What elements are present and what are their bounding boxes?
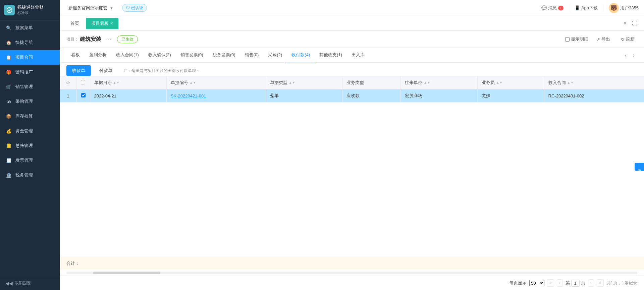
app-version: 标准版	[17, 10, 44, 15]
th-date[interactable]: 单据日期 ▲▼	[90, 76, 166, 89]
sub-nav-purchase[interactable]: 采购(2)	[263, 48, 287, 63]
th-partner[interactable]: 往来单位 ▲▼	[401, 76, 477, 89]
last-page-button[interactable]: »	[597, 279, 604, 287]
tab-project-board[interactable]: 项目看板 ×	[86, 18, 118, 29]
messages-button[interactable]: 💬 消息 1	[541, 5, 564, 11]
inner-tabbar: 收款单 付款单 注：这里是与项目关联的全部收付款单哦～	[60, 63, 644, 76]
th-income-contract[interactable]: 收入合同 ▲▼	[544, 76, 644, 89]
inner-tab-payment[interactable]: 付款单	[94, 65, 118, 76]
th-type[interactable]: 单据类型 ▲▼	[266, 76, 342, 89]
current-page-input[interactable]: 1	[571, 280, 580, 287]
tabbar: 首页 项目看板 × × ⛶	[60, 16, 644, 31]
search-icon: 🔍	[5, 24, 12, 31]
sub-nav-profit[interactable]: 盈利分析	[85, 48, 111, 63]
sub-nav-arrows: ‹ ›	[622, 51, 637, 59]
sidebar-label-invoice: 发票管理	[15, 157, 33, 163]
invoice-icon: 🧾	[5, 157, 12, 164]
sub-nav-other-expense[interactable]: 其他收支(1)	[315, 48, 347, 63]
close-all-button[interactable]: ×	[622, 19, 628, 28]
topbar-right: 💬 消息 1 📱 App下载 🐻 用户3355	[541, 3, 639, 13]
message-icon: 💬	[541, 5, 547, 10]
per-page-select[interactable]: 50 10 20 100	[529, 280, 544, 286]
cell-number[interactable]: SK-20220421-001	[166, 89, 266, 102]
scrollbar-thumb[interactable]	[93, 272, 160, 274]
sidebar-item-contract[interactable]: 📋 项目合同	[0, 50, 60, 65]
sidebar-item-quicknav[interactable]: 🏠 快捷导航	[0, 35, 60, 50]
topbar: 新服务官网演示账套 ▼ 🛡 已认证 💬 消息 1 📱 App下载 🐻 用	[60, 0, 644, 16]
prev-page-button[interactable]: ‹	[557, 279, 563, 287]
settings-icon[interactable]: ⚙	[66, 80, 70, 85]
next-page-button[interactable]: ›	[588, 279, 594, 287]
cell-income-contract: RC-20220401-002	[544, 89, 644, 102]
select-all-checkbox[interactable]	[81, 80, 85, 84]
sidebar-item-search[interactable]: 🔍 搜索菜单	[0, 20, 60, 35]
nav-next-arrow[interactable]: ›	[630, 51, 637, 59]
maximize-button[interactable]: ⛶	[631, 19, 639, 28]
sidebar-footer-label: 取消固定	[15, 280, 31, 286]
sub-nav-payment[interactable]: 收付款(4)	[287, 48, 315, 63]
horizontal-scrollbar[interactable]	[66, 272, 637, 274]
table-area: ⚙ 单据日期 ▲▼ 单据编号	[60, 76, 644, 257]
project-header-right: 显示明细 ↗ 导出 ↻ 刷新	[565, 35, 637, 44]
inner-tab-receipt[interactable]: 收款单	[66, 65, 91, 76]
sidebar-item-sales[interactable]: 🛒 销售管理	[0, 79, 60, 94]
sidebar-item-purchase[interactable]: 🛍 采购管理	[0, 94, 60, 109]
user-menu[interactable]: 🐻 用户3355	[609, 3, 639, 13]
home-icon: 🏠	[5, 39, 12, 46]
nav-prev-arrow[interactable]: ‹	[622, 51, 629, 59]
sidebar-item-ledger[interactable]: 📒 总账管理	[0, 138, 60, 153]
show-detail-checkbox-label[interactable]: 显示明细	[565, 36, 588, 42]
table-body: 1 2022-04-21 SK-20220421-001 蓝单	[60, 89, 644, 102]
account-name: 新服务官网演示账套	[68, 5, 108, 11]
th-checkbox[interactable]	[76, 76, 90, 89]
row-checkbox[interactable]	[81, 93, 86, 97]
inner-tab-payment-label: 付款单	[99, 68, 112, 73]
export-button[interactable]: ↗ 导出	[594, 35, 613, 44]
first-page-button[interactable]: «	[547, 279, 554, 287]
th-settings[interactable]: ⚙	[60, 76, 76, 89]
quick-entry-button[interactable]: 快捷入口	[635, 163, 644, 171]
account-selector[interactable]: 新服务官网演示账套 ▼	[65, 4, 117, 12]
refresh-icon: ↻	[621, 37, 625, 42]
sub-nav-kanban[interactable]: 看板	[66, 48, 85, 63]
sort-date-icon: ▲▼	[113, 81, 120, 84]
project-title: 建筑安装	[80, 36, 101, 43]
tab-home[interactable]: 首页	[65, 18, 85, 29]
show-detail-checkbox[interactable]	[565, 37, 570, 42]
contract-icon: 📋	[5, 54, 12, 61]
app-download-button[interactable]: 📱 App下载	[575, 5, 598, 11]
sidebar-unpin-button[interactable]: ◀◀ 取消固定	[0, 276, 60, 290]
ledger-icon: 📒	[5, 142, 12, 149]
sidebar-item-invoice[interactable]: 🧾 发票管理	[0, 153, 60, 168]
more-options-button[interactable]: ···	[105, 36, 112, 42]
sidebar-label-contract: 项目合同	[15, 54, 33, 60]
cell-type: 蓝单	[266, 89, 342, 102]
document-number-link[interactable]: SK-20220421-001	[171, 93, 206, 98]
sidebar-item-inventory[interactable]: 📦 库存核算	[0, 109, 60, 124]
sub-nav-tax-invoice[interactable]: 税务发票(0)	[208, 48, 240, 63]
tab-close-icon[interactable]: ×	[111, 21, 113, 26]
project-status-badge: 已生效	[117, 35, 138, 43]
scrollbar-area	[60, 270, 644, 276]
sub-nav-warehouse[interactable]: 出入库	[347, 48, 369, 63]
th-number[interactable]: 单据编号 ▲▼	[166, 76, 266, 89]
sub-nav-sales[interactable]: 销售(0)	[240, 48, 264, 63]
sidebar-item-capital[interactable]: 💰 资金管理	[0, 124, 60, 138]
sidebar-item-marketing[interactable]: 🎁 营销推广	[0, 65, 60, 79]
th-salesperson[interactable]: 业务员 ▲▼	[477, 76, 544, 89]
sidebar-scroll: 🔍 搜索菜单 🏠 快捷导航 📋 项目合同 🎁 营销推广 🛒 销售管理 🛍 采购管…	[0, 20, 60, 276]
sidebar-item-tax[interactable]: 🏦 税务管理	[0, 168, 60, 183]
cell-checkbox[interactable]	[76, 89, 90, 102]
refresh-button[interactable]: ↻ 刷新	[618, 35, 637, 44]
sub-nav-income-confirm[interactable]: 收入确认(2)	[144, 48, 176, 63]
tab-controls: × ⛶	[622, 19, 639, 28]
shield-icon: 🛡	[126, 6, 130, 10]
sidebar-label-quicknav: 快捷导航	[15, 40, 33, 46]
table-row[interactable]: 1 2022-04-21 SK-20220421-001 蓝单	[60, 89, 644, 102]
sub-nav-sales-invoice[interactable]: 销售发票(0)	[176, 48, 208, 63]
sub-nav-income-contract[interactable]: 收入合同(1)	[111, 48, 144, 63]
certified-badge: 🛡 已认证	[122, 4, 147, 12]
user-name: 用户3355	[620, 5, 639, 11]
per-page-label: 每页显示	[509, 280, 527, 286]
content-area: 项目： 建筑安装 ··· 已生效 显示明细 ↗ 导出 ↻ 刷新	[60, 31, 644, 290]
